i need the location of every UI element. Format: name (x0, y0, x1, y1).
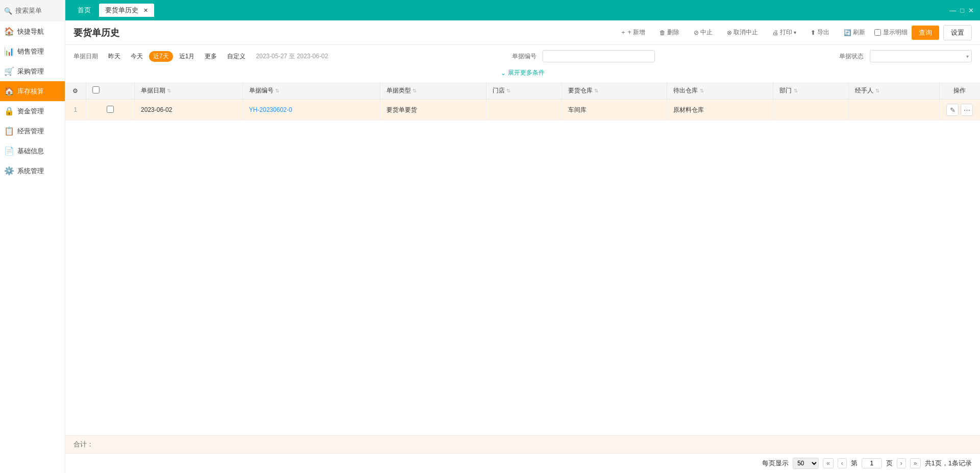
sidebar-item-sales[interactable]: 📊 销售管理 (0, 41, 65, 61)
expand-icon: ⌄ (501, 69, 506, 77)
tab-requisition-history-label: 要货单历史 (105, 6, 138, 15)
delete-button-label: 删除 (667, 28, 679, 37)
page-size-select[interactable]: 20 50 100 200 (793, 458, 819, 469)
doc-status-select[interactable] (870, 50, 972, 62)
export-button-label: 导出 (817, 28, 829, 37)
column-settings-icon[interactable]: ⚙ (72, 87, 78, 94)
delete-button[interactable]: 🗑 删除 (654, 26, 684, 39)
row-edit-btn[interactable]: ✎ (946, 104, 959, 116)
doc-status-label: 单据状态 (839, 52, 864, 61)
show-detail-label: 显示明细 (883, 28, 908, 37)
page-label-before: 第 (851, 459, 857, 468)
th-doc-no[interactable]: 单据编号 ⇅ (242, 82, 380, 100)
query-button[interactable]: 查询 (912, 26, 939, 40)
th-doc-type[interactable]: 单据类型 ⇅ (380, 82, 486, 100)
inventory-icon: 🏠 (4, 86, 14, 96)
first-page-btn[interactable]: « (823, 458, 834, 468)
total-info: 共1页，1条记录 (925, 459, 972, 468)
refresh-icon: 🔄 (844, 29, 851, 36)
refresh-button[interactable]: 🔄 刷新 (839, 26, 870, 39)
sidebar-item-label: 采购管理 (17, 67, 44, 76)
quick-btn-more[interactable]: 更多 (201, 51, 221, 62)
td-checkbox[interactable] (86, 100, 135, 121)
window-minimize-btn[interactable]: — (949, 7, 956, 14)
th-req-warehouse[interactable]: 要货仓库 ⇅ (561, 82, 667, 100)
suspend-button[interactable]: ⊘ 中止 (689, 26, 718, 39)
settings-button[interactable]: 设置 (943, 25, 972, 40)
sidebar-item-label: 系统管理 (17, 167, 44, 176)
sidebar-item-inventory[interactable]: 🏠 库存核算 (0, 81, 65, 101)
th-operations: 操作 (939, 82, 980, 100)
sort-doctype-icon: ⇅ (412, 88, 416, 93)
sidebar-search[interactable]: 🔍 搜索菜单 (0, 0, 65, 21)
table-header-row: ⚙ 单据日期 ⇅ 单据编号 ⇅ (65, 82, 980, 100)
sidebar-search-label: 搜索菜单 (15, 6, 42, 15)
th-handler[interactable]: 经手人 ⇅ (849, 82, 939, 100)
refresh-button-label: 刷新 (853, 28, 865, 37)
sidebar-item-label: 经营管理 (17, 127, 44, 136)
th-checkbox[interactable] (86, 82, 135, 100)
table-row: 1 2023-06-02 YH-20230602-0 要货单要货 车间库 原材料… (65, 100, 980, 121)
cancel-suspend-icon: ⊗ (727, 29, 732, 36)
quick-btn-7days[interactable]: 近7天 (149, 51, 173, 62)
quick-btn-custom[interactable]: 自定义 (223, 51, 250, 62)
quick-btn-1month[interactable]: 近1月 (175, 51, 199, 62)
sidebar-item-quick-nav[interactable]: 🏠 快捷导航 (0, 21, 65, 41)
cancel-suspend-button[interactable]: ⊗ 取消中止 (722, 26, 763, 39)
search-icon: 🔍 (4, 7, 12, 15)
last-page-btn[interactable]: » (910, 458, 921, 468)
td-date: 2023-06-02 (135, 100, 243, 121)
print-dropdown-icon: ▾ (794, 30, 796, 35)
window-maximize-btn[interactable]: □ (960, 7, 964, 14)
quick-btn-yesterday[interactable]: 昨天 (104, 51, 125, 62)
th-settings[interactable]: ⚙ (65, 82, 86, 100)
td-req-warehouse: 车间库 (561, 100, 667, 121)
select-all-checkbox[interactable] (92, 86, 100, 93)
export-button[interactable]: ⬆ 导出 (805, 26, 835, 39)
sort-dept-icon: ⇅ (794, 88, 798, 93)
sidebar-item-label: 销售管理 (17, 47, 44, 56)
pagination-bar: 每页显示 20 50 100 200 « ‹ 第 页 › » 共1页，1条记录 (65, 453, 980, 473)
suspend-button-label: 中止 (700, 28, 713, 37)
doc-no-link[interactable]: YH-20230602-0 (249, 106, 292, 113)
sidebar-item-purchase[interactable]: 🛒 采购管理 (0, 61, 65, 81)
doc-number-input[interactable] (543, 50, 655, 62)
expand-label: 展开更多条件 (508, 68, 545, 77)
show-detail-checkbox-group[interactable]: 显示明细 (874, 28, 908, 37)
td-doc-type: 要货单要货 (380, 100, 486, 121)
page-input[interactable] (862, 458, 882, 468)
filter-date-range-display: 2023-05-27 至 2023-06-02 (256, 52, 328, 61)
td-doc-no[interactable]: YH-20230602-0 (242, 100, 380, 121)
next-page-btn[interactable]: › (897, 458, 906, 468)
expand-more-btn[interactable]: ⌄ 展开更多条件 (74, 68, 972, 77)
sort-pending-wh-icon: ⇅ (700, 88, 704, 93)
sidebar-item-label: 基础信息 (17, 147, 44, 156)
sort-docno-icon: ⇅ (275, 88, 279, 93)
tab-close-icon[interactable]: ✕ (143, 7, 148, 14)
topbar-actions: — □ ✕ (949, 7, 974, 14)
quick-btn-today[interactable]: 今天 (127, 51, 147, 62)
show-detail-checkbox[interactable] (874, 29, 881, 36)
tab-home[interactable]: 首页 (71, 4, 97, 17)
prev-page-btn[interactable]: ‹ (838, 458, 847, 468)
sidebar-item-finance[interactable]: 🔒 资金管理 (0, 101, 65, 121)
sidebar-item-basic[interactable]: 📄 基础信息 (0, 141, 65, 161)
home-icon: 🏠 (4, 27, 14, 36)
th-store[interactable]: 门店 ⇅ (486, 82, 561, 100)
th-pending-warehouse[interactable]: 待出仓库 ⇅ (667, 82, 773, 100)
td-operations: ✎ ⋯ (939, 100, 980, 121)
sort-handler-icon: ⇅ (875, 88, 879, 93)
report-icon: 📋 (4, 126, 14, 136)
print-button[interactable]: 🖨 打印 ▾ (767, 26, 801, 39)
topbar: 首页 要货单历史 ✕ — □ ✕ (65, 0, 980, 20)
export-icon: ⬆ (811, 29, 816, 36)
new-button[interactable]: ＋ + 新增 (615, 26, 650, 39)
sidebar-item-system[interactable]: ⚙️ 系统管理 (0, 161, 65, 181)
tab-requisition-history[interactable]: 要货单历史 ✕ (99, 4, 154, 17)
sidebar-item-operations[interactable]: 📋 经营管理 (0, 121, 65, 141)
row-more-btn[interactable]: ⋯ (961, 104, 973, 116)
th-department[interactable]: 部门 ⇅ (773, 82, 849, 100)
window-close-btn[interactable]: ✕ (968, 7, 974, 14)
th-date[interactable]: 单据日期 ⇅ (135, 82, 243, 100)
doc-number-label: 单据编号 (512, 52, 536, 61)
